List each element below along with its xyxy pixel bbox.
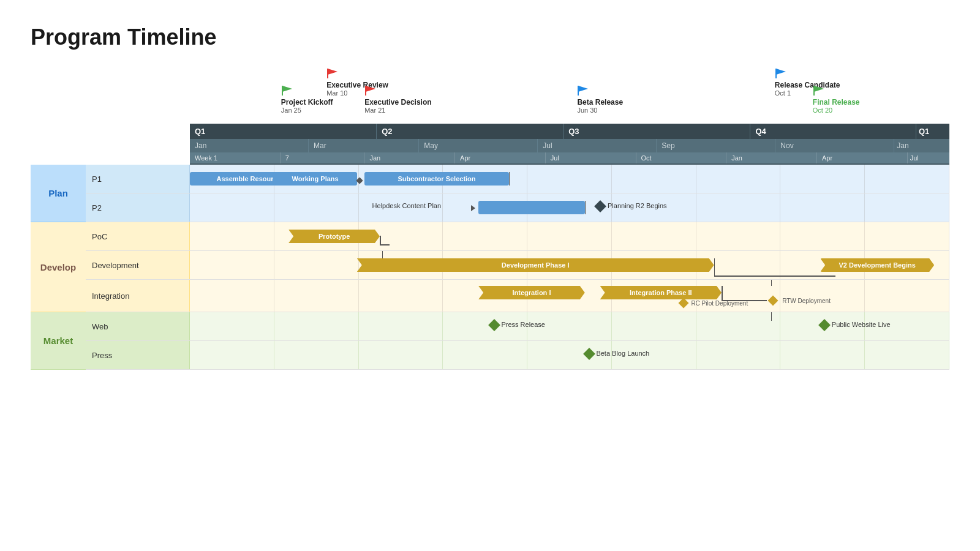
week-jul2: Jul <box>908 152 949 163</box>
plan-section: Plan P1 Assemble Resources Working Plans <box>31 165 949 222</box>
row-label-poc: PoC <box>86 222 190 250</box>
svg-marker-6 <box>578 86 588 92</box>
connector-int-v <box>722 286 723 301</box>
milestone-date: Oct 20 <box>813 107 860 114</box>
chart-area-press: Beta Blog Launch <box>190 341 949 369</box>
chart-area-development: Development Phase I V2 Development Begin… <box>190 251 949 279</box>
bar-v2-dev: V2 Development Begins <box>820 258 934 272</box>
connector-v-p2 <box>585 201 586 214</box>
grid-press <box>190 341 949 369</box>
section-label-develop: Develop <box>31 222 86 312</box>
diamond-press-release <box>488 319 500 331</box>
gantt-row-poc: PoC Prototype <box>86 222 949 251</box>
week-apr2: Apr <box>817 152 908 163</box>
bar-prototype: Prototype <box>288 230 380 243</box>
diamond-beta-blog <box>583 348 595 360</box>
flag-red-icon <box>326 69 337 78</box>
row-label-integration: Integration <box>86 280 190 312</box>
quarter-q1-next: Q1 <box>916 124 949 139</box>
gantt-row-development: Development Development Phase I V2 Devel… <box>86 251 949 280</box>
chart-area-integration: Integration I Integration Phase II RC Pi… <box>190 280 949 312</box>
gantt-row-press: Press Beta Blog Launch <box>86 341 949 370</box>
week-jul: Jul <box>546 152 636 163</box>
bar-integration2: Integration Phase II <box>600 286 722 299</box>
milestones-area: Project Kickoff Jan 25 Executive Review … <box>190 69 949 124</box>
milestone-beta-release: Beta Release Jun 30 <box>577 86 623 114</box>
flag-green2-icon <box>813 86 824 96</box>
week-apr: Apr <box>455 152 546 163</box>
gantt-row-p1: P1 Assemble Resources Working Plans Subc… <box>86 165 949 193</box>
section-label-plan: Plan <box>31 165 86 222</box>
label-beta-blog: Beta Blog Launch <box>596 350 649 357</box>
week-7: 7 <box>281 152 365 163</box>
quarter-header: Q1 Q2 Q3 Q4 Q1 <box>190 124 949 139</box>
svg-marker-2 <box>328 69 337 75</box>
develop-section: Develop PoC Prototype <box>31 222 949 312</box>
week-1: Week 1 <box>190 152 281 163</box>
plan-rows: P1 Assemble Resources Working Plans Subc… <box>86 165 949 222</box>
milestone-label: Final Release <box>813 98 860 107</box>
month-mar: Mar <box>309 139 419 152</box>
gantt-row-integration: Integration Integration I Integration Ph… <box>86 280 949 312</box>
connector-dev-h <box>714 276 835 277</box>
bar-dev-phase1: Development Phase I <box>357 258 714 272</box>
connector-rtw-up <box>771 280 772 286</box>
connector-dot-p1 <box>356 177 363 184</box>
milestone-date: Jun 30 <box>577 107 623 114</box>
month-may: May <box>419 139 538 152</box>
bar-working-plans: Working Plans <box>273 172 356 186</box>
connector-dev-from-above <box>382 251 383 260</box>
connector-line-p1 <box>509 172 510 186</box>
flag-blue-icon <box>577 86 588 96</box>
label-public-website: Public Website Live <box>832 321 891 328</box>
chart-area-p2: Helpdesk Content Plan Planning R2 Begins <box>190 193 949 222</box>
label-rc-pilot: RC Pilot Deployment <box>691 300 748 307</box>
month-nov: Nov <box>775 139 894 152</box>
connector-market-v <box>771 312 772 321</box>
connector-dev-v <box>714 258 715 277</box>
svg-marker-0 <box>282 86 292 92</box>
gantt-row-web: Web Press Release Public Website Live <box>86 312 949 341</box>
milestone-final-release: Final Release Oct 20 <box>813 86 860 114</box>
diamond-public-website <box>818 319 831 331</box>
bar-subcontractor-selection: Subcontractor Selection <box>364 172 509 186</box>
market-rows: Web Press Release Public Website Live <box>86 312 949 370</box>
bar-helpdesk <box>478 201 585 214</box>
quarter-q3: Q3 <box>564 124 750 139</box>
month-sep: Sep <box>657 139 775 152</box>
week-oct: Oct <box>636 152 727 163</box>
month-header: Jan Mar May Jul Sep Nov Jan <box>190 139 949 152</box>
milestone-label: Project Kickoff <box>281 98 333 107</box>
svg-marker-8 <box>776 69 786 75</box>
gantt-row-p2: P2 Helpdesk Content Plan Planning R <box>86 193 949 222</box>
week-jan: Jan <box>364 152 455 163</box>
quarter-q1: Q1 <box>190 124 377 139</box>
milestone-label: Beta Release <box>577 98 623 107</box>
diamond-rc-pilot <box>678 298 688 309</box>
market-section: Market Web Press Release Public <box>31 312 949 370</box>
section-label-market: Market <box>31 312 86 370</box>
row-label-development: Development <box>86 251 190 279</box>
arrow-helpdesk <box>471 205 475 211</box>
milestone-date: Jan 25 <box>281 107 333 114</box>
flag-blue2-icon <box>775 69 786 78</box>
month-jan-next: Jan <box>894 139 949 152</box>
svg-marker-4 <box>366 86 375 92</box>
bar-integration1: Integration I <box>478 286 585 299</box>
label-helpdesk: Helpdesk Content Plan <box>372 202 442 209</box>
chart-area-web: Press Release Public Website Live <box>190 312 949 340</box>
week-jan2: Jan <box>726 152 817 163</box>
week-header: Week 1 7 Jan Apr Jul Oct Jan Apr Jul <box>190 152 949 165</box>
milestone-project-kickoff: Project Kickoff Jan 25 <box>281 86 333 114</box>
flag-green-icon <box>281 86 292 96</box>
chart-area-poc: Prototype <box>190 222 949 250</box>
row-label-press: Press <box>86 341 190 369</box>
month-jul: Jul <box>538 139 657 152</box>
svg-marker-10 <box>814 86 824 92</box>
quarter-q2: Q2 <box>377 124 564 139</box>
develop-rows: PoC Prototype Development <box>86 222 949 312</box>
row-label-p2: P2 <box>86 193 190 222</box>
label-rtw: RTW Deployment <box>782 298 831 304</box>
connector-int-h <box>722 300 767 301</box>
label-planning-r2: Planning R2 Begins <box>608 202 667 209</box>
